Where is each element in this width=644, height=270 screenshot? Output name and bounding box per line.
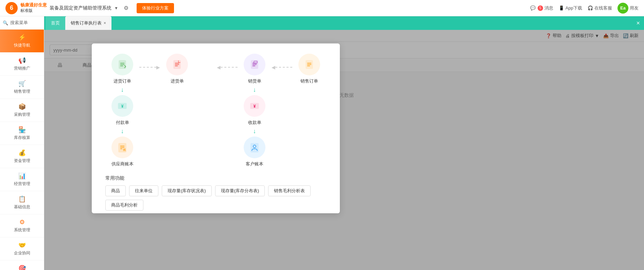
flow-circle-payment: ¥ bbox=[111, 95, 133, 117]
sidebar-item-purchase[interactable]: 📦 采购管理 bbox=[0, 99, 44, 122]
sidebar-icon-enterprise: 🤝 bbox=[18, 241, 26, 249]
logo-icon: 6 bbox=[5, 2, 18, 14]
func-btn-stock-status[interactable]: 现存量(库存状况表) bbox=[162, 185, 212, 196]
modal-content: 进货订单 ↓ ¥ bbox=[92, 43, 340, 213]
main-layout: 🔍 搜索菜单 ⚡ 快捷导航 📢 营销推广 🛒 销售管理 📦 采购管理 🏪 库存核… bbox=[0, 16, 644, 270]
flow-item-purchase-order[interactable]: 进货订单 bbox=[105, 54, 139, 84]
flow-col-3: 销货单 ↓ ¥ bbox=[238, 54, 272, 167]
func-btn-sales-margin[interactable]: 销售毛利分析表 bbox=[268, 185, 311, 196]
flow-section: 进货订单 ↓ ¥ bbox=[105, 54, 326, 167]
sidebar-item-beginner[interactable]: 🎯 新手引导 bbox=[0, 260, 44, 270]
header-right: 💬 5 消息 📱 App下载 🎧 在线客服 Ea 用友 bbox=[530, 3, 639, 14]
func-btn-product-margin[interactable]: 商品毛利分析 bbox=[105, 200, 143, 211]
arrow-down-2: ↓ bbox=[253, 86, 256, 94]
system-dropdown-btn[interactable]: ▼ bbox=[114, 6, 118, 11]
flow-circle-receipt: ¥ bbox=[244, 95, 265, 117]
modal-box: 进货订单 ↓ ¥ bbox=[92, 43, 340, 213]
tab-bar: 首页 销售订单执行表 × × bbox=[44, 16, 644, 30]
logo-area: 6 畅康通好生意 标准版 bbox=[5, 2, 50, 14]
customer-icon bbox=[249, 142, 260, 153]
tab-sales-order-exec[interactable]: 销售订单执行表 × bbox=[65, 16, 111, 30]
arrow-down-4: ↓ bbox=[253, 127, 256, 135]
top-header: 6 畅康通好生意 标准版 装备及固定资产辅助管理系统 ▼ ⚙ 体验行业方案 💬 … bbox=[0, 0, 644, 16]
flow-item-receipt-bill[interactable]: ¥ 收款单 bbox=[238, 95, 272, 126]
app-icon: 📱 bbox=[559, 5, 564, 11]
flow-item-supplier-account[interactable]: 账 供应商账本 bbox=[105, 137, 139, 167]
common-func-section: 常用功能 商品 往来单位 现存量(库存状况表) 现存量(库存分布表) 销售毛利分… bbox=[105, 175, 326, 213]
sidebar-icon-operations: 📊 bbox=[18, 172, 26, 180]
sales-order-icon bbox=[304, 59, 315, 70]
system-title-area: 装备及固定资产辅助管理系统 ▼ ⚙ 体验行业方案 bbox=[50, 3, 530, 13]
sidebar: 🔍 搜索菜单 ⚡ 快捷导航 📢 营销推广 🛒 销售管理 📦 采购管理 🏪 库存核… bbox=[0, 16, 44, 270]
flow-circle-sales-bill bbox=[244, 54, 265, 75]
func-btn-stock-dist[interactable]: 现存量(库存分布表) bbox=[215, 185, 265, 196]
arrow-h-3: ◀ bbox=[272, 65, 292, 70]
message-btn[interactable]: 💬 5 消息 bbox=[530, 5, 553, 11]
sidebar-item-finance[interactable]: 💰 资金管理 bbox=[0, 145, 44, 168]
arrow-down-1: ↓ bbox=[121, 86, 124, 94]
flow-col-1: 进货订单 ↓ ¥ bbox=[105, 54, 139, 167]
sidebar-item-sales[interactable]: 🛒 销售管理 bbox=[0, 76, 44, 99]
system-title: 装备及固定资产辅助管理系统 bbox=[50, 5, 111, 11]
flow-col-4: 销售订单 bbox=[292, 54, 326, 84]
sidebar-item-inventory[interactable]: 🏪 库存核算 bbox=[0, 122, 44, 145]
sales-bill-icon bbox=[249, 59, 260, 70]
sidebar-item-operations[interactable]: 📊 经营管理 bbox=[0, 168, 44, 191]
func-btn-customer-unit[interactable]: 往来单位 bbox=[129, 185, 158, 196]
func-btn-product[interactable]: 商品 bbox=[105, 185, 126, 196]
arrow-down-3: ↓ bbox=[121, 127, 124, 135]
tab-home[interactable]: 首页 bbox=[46, 16, 65, 30]
service-icon: 🎧 bbox=[588, 5, 593, 11]
svg-text:¥: ¥ bbox=[121, 104, 124, 109]
purchase-order-icon bbox=[117, 59, 128, 70]
avatar: Ea bbox=[617, 3, 628, 14]
arrow-h-1: ▶ bbox=[139, 65, 160, 70]
svg-text:¥: ¥ bbox=[254, 104, 256, 109]
tab-bar-close-all[interactable]: × bbox=[636, 20, 643, 27]
sidebar-icon-base-info: 📋 bbox=[18, 195, 26, 203]
flow-item-sales-order[interactable]: 销售订单 bbox=[292, 54, 326, 84]
flow-item-customer-account[interactable]: 客户账本 bbox=[238, 137, 272, 167]
payment-icon: ¥ bbox=[117, 101, 128, 111]
sidebar-icon-beginner: 🎯 bbox=[18, 265, 26, 270]
system-settings-btn[interactable]: ⚙ bbox=[121, 3, 131, 13]
sidebar-item-quick-nav[interactable]: ⚡ 快捷导航 bbox=[0, 30, 44, 53]
tab-close-btn[interactable]: × bbox=[104, 21, 106, 25]
experience-btn[interactable]: 体验行业方案 bbox=[137, 3, 174, 13]
svg-text:账: 账 bbox=[123, 148, 126, 151]
logo-text: 畅康通好生意 标准版 bbox=[20, 2, 47, 13]
content-area: 首页 销售订单执行表 × × ❓ 帮助 🖨 按模板打印 ▼ bbox=[44, 16, 644, 270]
app-download-btn[interactable]: 📱 App下载 bbox=[559, 5, 582, 11]
flow-circle-supplier: 账 bbox=[111, 137, 133, 158]
flow-item-sales-bill[interactable]: 销货单 bbox=[238, 54, 272, 84]
search-icon: 🔍 bbox=[3, 20, 8, 25]
page-content: ❓ 帮助 🖨 按模板打印 ▼ 📤 导出 🔄 刷新 bbox=[44, 30, 644, 270]
common-func-title: 常用功能 bbox=[105, 175, 326, 181]
online-service-btn[interactable]: 🎧 在线客服 bbox=[588, 5, 612, 11]
sidebar-item-base-info[interactable]: 📋 基础信息 bbox=[0, 191, 44, 214]
message-badge: 5 bbox=[538, 5, 543, 11]
flow-item-purchase-bill[interactable]: 进货单 bbox=[160, 54, 194, 84]
user-area[interactable]: Ea 用友 bbox=[617, 3, 639, 14]
message-icon: 💬 bbox=[530, 5, 536, 11]
sidebar-icon-purchase: 📦 bbox=[18, 103, 26, 110]
flow-circle-customer bbox=[244, 137, 265, 158]
receipt-icon: ¥ bbox=[249, 101, 260, 111]
sidebar-icon-sales: 🛒 bbox=[18, 80, 26, 87]
sidebar-item-enterprise[interactable]: 🤝 企业协同 bbox=[0, 237, 44, 260]
sidebar-icon-inventory: 🏪 bbox=[18, 126, 26, 133]
search-menu-btn[interactable]: 🔍 搜索菜单 bbox=[0, 16, 44, 30]
supplier-icon: 账 bbox=[117, 142, 128, 153]
sidebar-item-marketing[interactable]: 📢 营销推广 bbox=[0, 53, 44, 76]
purchase-bill-icon bbox=[172, 59, 182, 70]
flow-col-2: 进货单 bbox=[160, 54, 194, 114]
sidebar-icon-sys-mgmt: ⚙ bbox=[19, 218, 25, 226]
sidebar-icon-quick-nav: ⚡ bbox=[18, 34, 26, 41]
flow-item-payment-bill[interactable]: ¥ 付款单 bbox=[105, 95, 139, 126]
flow-circle-purchase-order bbox=[111, 54, 133, 75]
flow-circle-purchase-bill bbox=[166, 54, 188, 75]
sidebar-icon-marketing: 📢 bbox=[18, 57, 26, 64]
sidebar-item-sys-mgmt[interactable]: ⚙ 系统管理 bbox=[0, 214, 44, 237]
modal-overlay[interactable]: 进货订单 ↓ ¥ bbox=[44, 30, 644, 270]
arrow-h-2: ◀ bbox=[217, 65, 238, 70]
